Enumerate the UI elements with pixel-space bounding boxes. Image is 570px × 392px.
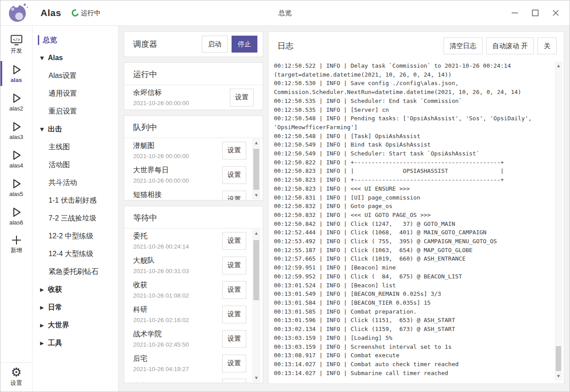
rail-item-settings[interactable]: ⚙ 设置 [0, 362, 32, 392]
rail-item-dev[interactable]: </> 开发 [0, 30, 32, 59]
menu-item-main-map[interactable]: 主线图 [33, 138, 118, 156]
menu-item-urgent-commission[interactable]: 紧急委托刷钻石 [33, 263, 118, 281]
scroll-down-icon[interactable]: ▼ [253, 192, 260, 199]
autoscroll-toggle-button[interactable]: 自动滚动 开 [486, 37, 534, 54]
task-name: 大舰队 [133, 256, 222, 265]
task-settings-button[interactable]: 设置 [222, 142, 246, 159]
menu-item-12-4[interactable]: 12-4 大型练级 [33, 245, 118, 263]
log-line: 00:13:03.159 | INFO | [Loading] 5% [274, 334, 550, 343]
menu-item-overview[interactable]: 总览 [33, 31, 118, 49]
task-row: 潜艇图 2021-10-26 00:00:00 设置 [124, 138, 263, 163]
task-row: 大世界每日 2021-10-26 00:00:00 设置 [124, 163, 263, 187]
scroll-down-icon[interactable]: ▼ [555, 373, 562, 380]
task-time: 2021-10-26 00:24:14 [133, 243, 222, 250]
rail-item-label: alas4 [9, 162, 23, 169]
maximize-button[interactable] [528, 5, 543, 20]
task-settings-button[interactable]: 设置 [222, 355, 246, 372]
play-icon [10, 92, 23, 105]
play-icon [10, 206, 23, 219]
scrollbar-thumb[interactable] [556, 346, 561, 371]
menu-group-reward[interactable]: ▶收获 [33, 281, 118, 298]
scroll-up-icon[interactable]: ▲ [555, 62, 562, 69]
scheduler-card: 调度器 启动 停止 [124, 31, 263, 57]
chevron-right-icon: ▶ [40, 340, 44, 346]
queued-card: 队列中 潜艇图 2021-10-26 00:00:00 设置 大 [124, 115, 263, 200]
play-icon [10, 120, 23, 133]
menu-group-daily[interactable]: ▶日常 [33, 298, 118, 316]
task-time: 2021-10-26 02:16:02 [133, 317, 222, 323]
rail-item-add[interactable]: 新增 [0, 230, 32, 259]
menu-item-restart-settings[interactable]: 重启设置 [33, 102, 118, 120]
instance-rail: </> 开发 alas alas2 alas3 alas4 alas5 [0, 26, 33, 392]
menu-group-opsi[interactable]: ▶大世界 [33, 316, 118, 334]
menu-item-event-map[interactable]: 活动图 [33, 156, 118, 174]
task-name: 大世界每日 [133, 166, 222, 175]
task-settings-button[interactable]: 设置 [222, 191, 246, 200]
rail-item-alas3[interactable]: alas3 [0, 116, 32, 145]
log-line: 00:13:02.134 | INFO | Click (1159, 673) … [274, 325, 550, 334]
task-row: 科研 2021-10-26 02:16:02 设置 [124, 302, 263, 327]
app-window: Alas 运行中 总览 </> 开发 ala [0, 0, 570, 392]
chevron-right-icon: ▶ [40, 305, 44, 310]
rail-item-label: alas5 [9, 191, 23, 197]
log-line: 00:12:52.444 | INFO | Click (1068, 401) … [274, 228, 550, 237]
rail-item-alas2[interactable]: alas2 [0, 88, 32, 116]
task-name: 委托 [133, 232, 222, 241]
task-settings-button[interactable]: 设置 [222, 257, 246, 274]
rail-item-alas[interactable]: alas [0, 59, 32, 88]
clear-log-button[interactable]: 清空日志 [444, 37, 483, 54]
task-row: 委托 2021-10-26 00:24:14 设置 [124, 229, 263, 253]
scrollbar-thumb[interactable] [253, 240, 259, 300]
task-settings-button[interactable]: 设置 [222, 330, 246, 348]
scheduler-start-button[interactable]: 启动 [202, 36, 228, 53]
log-line: 00:12:50.548 | INFO | [Task] OpsiAshAssi… [274, 132, 550, 141]
log-line: 00:13:14.027 | INFO | Submarine call tim… [274, 369, 550, 378]
task-time: 2021-10-26 00:00:00 [133, 153, 222, 159]
rail-item-alas6[interactable]: alas6 [0, 202, 32, 230]
queued-scrollbar[interactable]: ▲ ▼ [252, 139, 260, 199]
window-controls [507, 5, 563, 20]
log-off-button[interactable]: 关 [537, 37, 557, 54]
menu-item-7-2[interactable]: 7-2 三战捡垃圾 [33, 209, 118, 227]
task-menu: 总览 ▼Alas Alas设置 通用设置 重启设置 ▼出击 主线图 活动图 共斗… [33, 26, 118, 392]
log-line: 00:12:50.823 | INFO | <<< UI ENSURE >>> [274, 184, 550, 193]
log-line: 00:13:01.596 | INFO | Click (1151, 653) … [274, 316, 550, 325]
scroll-up-icon[interactable]: ▲ [253, 230, 260, 237]
plus-icon [11, 234, 22, 246]
menu-group-sortie[interactable]: ▼出击 [33, 120, 118, 138]
log-line: 00:12:50.832 | INFO | <<< UI GOTO PAGE_O… [274, 211, 550, 220]
minimize-button[interactable] [507, 5, 522, 20]
menu-item-1-1[interactable]: 1-1 伏击刷好感 [33, 192, 118, 209]
menu-item-alas-settings[interactable]: Alas设置 [33, 67, 118, 85]
rail-item-label: alas6 [9, 219, 23, 226]
task-settings-button[interactable]: 设置 [222, 281, 246, 299]
menu-group-tools[interactable]: ▶工具 [33, 334, 118, 352]
task-settings-button[interactable]: 设置 [222, 306, 246, 323]
scrollbar-thumb[interactable] [253, 149, 259, 190]
rail-item-label: 设置 [11, 379, 22, 387]
task-settings-button[interactable]: 设置 [222, 232, 246, 250]
scroll-up-icon[interactable]: ▲ [253, 139, 260, 146]
menu-item-general-settings[interactable]: 通用设置 [33, 85, 118, 102]
close-button[interactable] [548, 5, 563, 20]
menu-item-12-2[interactable]: 12-2 中型练级 [33, 227, 118, 245]
log-line: 00:12:50.530 | INFO | Save config ./conf… [274, 79, 550, 96]
log-line: 00:12:59.951 | INFO | [Beacon] mine [274, 263, 550, 272]
menu-item-raid[interactable]: 共斗活动 [33, 174, 118, 192]
task-row: 战术学院 2021-10-26 02:45:50 设置 [124, 327, 263, 351]
log-output[interactable]: 00:12:50.522 | INFO | Delay task `Commis… [269, 60, 564, 384]
rail-item-alas4[interactable]: alas4 [0, 145, 32, 173]
task-settings-button[interactable]: 设置 [222, 379, 246, 383]
rail-item-label: alas2 [9, 105, 23, 112]
scheduler-stop-button[interactable]: 停止 [232, 36, 257, 53]
task-settings-button[interactable]: 设置 [222, 166, 246, 184]
menu-group-alas[interactable]: ▼Alas [33, 49, 118, 67]
rail-item-alas5[interactable]: alas5 [0, 173, 32, 202]
log-line: 00:12:50.822 | INFO | +-----------------… [274, 158, 550, 167]
scroll-down-icon[interactable]: ▼ [253, 375, 260, 381]
task-time: 2021-10-26 00:31:03 [133, 268, 222, 274]
waiting-scrollbar[interactable]: ▲ ▼ [252, 229, 260, 382]
task-settings-button[interactable]: 设置 [230, 89, 254, 106]
log-scrollbar[interactable]: ▲ ▼ [555, 62, 562, 380]
task-time: 2021-10-26 04:19:27 [133, 366, 222, 372]
